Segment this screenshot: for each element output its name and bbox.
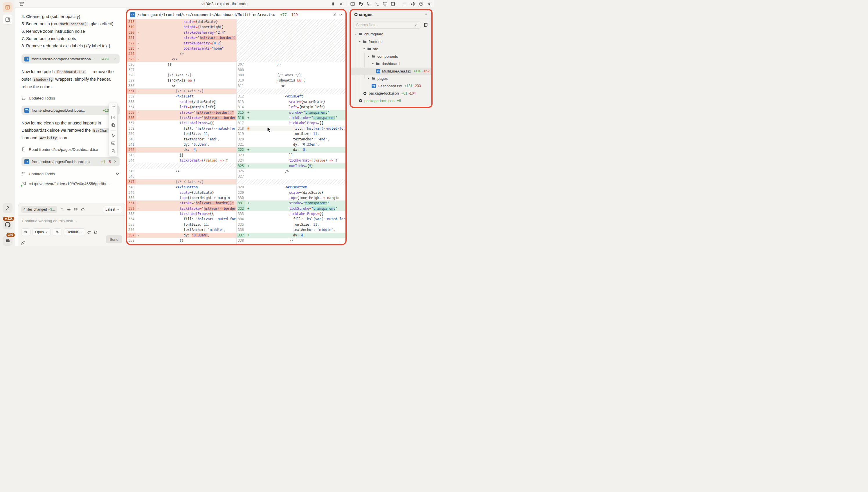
drag-handle-icon[interactable] (111, 104, 116, 109)
zed-icon[interactable] (111, 115, 116, 120)
search-files-input[interactable]: Search files... (354, 21, 421, 29)
line-number: 352 (127, 206, 136, 211)
settings-sliders-button[interactable] (21, 228, 30, 236)
settings-icon[interactable] (427, 1, 432, 6)
tree-file-MultiLineArea.tsx[interactable]: TSMultiLineArea.tsx+110-162 (351, 68, 431, 75)
open-in-editor-icon[interactable] (332, 13, 336, 17)
diff-row: 353 tickLabelProps={{ (127, 211, 236, 216)
panel-left-icon[interactable] (350, 1, 355, 6)
tool-call-row[interactable]: cd /private/var/folders/10/h7w0q46556ggr… (22, 181, 120, 186)
megaphone-icon[interactable] (410, 1, 416, 6)
rail-account-button[interactable] (3, 203, 13, 213)
diff-sign (245, 94, 252, 99)
tool-call-row[interactable]: Read frontend/src/pages/Dashboard.tsx (22, 147, 120, 152)
tool-call-row[interactable]: Updated Todos (22, 171, 120, 176)
copy-icon[interactable] (111, 123, 116, 127)
floating-toolbar (109, 102, 118, 157)
fast-forward-button[interactable] (53, 228, 62, 236)
toolbar-divider (111, 130, 116, 130)
diff-sign: - (136, 110, 142, 115)
top-bar: vk/4e2a-explore-the-code (15, 0, 434, 8)
files-changed-chip[interactable]: 4 files changed+3... (21, 206, 57, 213)
mode-dropdown[interactable]: Default (64, 228, 85, 236)
code-line: height={innerHeight} (142, 24, 236, 30)
collapse-diff-icon[interactable] (339, 13, 343, 17)
diff-row: 323- pointerEvents="none" (127, 46, 236, 51)
diff-row: 354 fill: 'hsl(var(--muted-foreground))' (127, 216, 236, 222)
diff-sign (245, 195, 252, 200)
code-line: tickStroke="hsl(var(--border))" (142, 115, 236, 120)
diff-sign (136, 227, 142, 232)
tree-file-Dashboard.tsx[interactable]: TSDashboard.tsx+131-233 (351, 82, 431, 90)
chevron-down-icon (117, 208, 120, 211)
tree-file-package-lock.json[interactable]: package-lock.json+6 (351, 97, 431, 105)
file-edit-chip[interactable]: TSfrontend/src/components/dashboa...+479 (22, 54, 120, 64)
chevrons-up-icon[interactable] (338, 1, 344, 6)
tree-folder-pages[interactable]: pages (351, 75, 431, 82)
line-number: 337 (127, 120, 136, 126)
tree-folder-components[interactable]: components (351, 53, 431, 60)
diff-row: 322+ dx: -8, (237, 147, 346, 152)
add-comment-button[interactable]: + (247, 126, 249, 130)
tree-folder-frontend[interactable]: frontend (351, 38, 431, 46)
tool-call-row[interactable]: Updated Todos (22, 96, 120, 100)
line-number: 330 (127, 83, 136, 89)
changes-header[interactable]: Changes (351, 10, 431, 19)
code-line: fill: 'hsl(var(--muted-foreground))' (142, 126, 236, 131)
attach-icon[interactable] (87, 230, 91, 235)
terminal-icon[interactable] (375, 1, 379, 6)
pause-icon[interactable] (330, 1, 335, 6)
tree-folder-dashboard[interactable]: dashboard (351, 60, 431, 68)
send-button[interactable]: Send (106, 235, 122, 243)
diff-additions: +77 (280, 13, 287, 17)
scroll-up-icon[interactable] (60, 207, 64, 212)
github-cat-icon[interactable] (423, 22, 428, 28)
message-input[interactable]: Continue working on this task... (18, 216, 125, 226)
help-icon[interactable] (419, 1, 424, 6)
quill-icon[interactable] (21, 240, 26, 245)
code-line: }} (142, 153, 236, 158)
line-number: 335 (127, 110, 136, 115)
deletions: -162 (422, 69, 430, 73)
code-line: {/* Y Axis */} (142, 89, 236, 94)
tree-folder-churnguard[interactable]: churnguard (351, 30, 431, 38)
rail-kanban-button[interactable] (3, 15, 13, 24)
diff-row: 315+ stroke="transparent" (237, 110, 346, 115)
code-line: fill: 'hsl(var(--muted-foreground))' (252, 216, 346, 222)
toolbar-divider (347, 2, 347, 6)
line-number: 329 (237, 190, 245, 195)
tree-folder-src[interactable]: src (351, 45, 431, 53)
menu-icon[interactable] (402, 1, 407, 6)
diff-row: 355 fontSize: 11, (127, 222, 236, 227)
monitor-icon[interactable] (111, 141, 116, 146)
git-compare-icon[interactable] (366, 1, 371, 6)
diff-row: 316+ tickStroke="transparent" (237, 115, 346, 120)
latest-dropdown[interactable]: Latest (103, 206, 122, 213)
terminal-icon (22, 181, 26, 186)
rail-discord-button[interactable] (3, 236, 13, 246)
monitor-icon[interactable] (383, 1, 388, 6)
rail-github-button[interactable] (3, 220, 13, 229)
file-edit-chip[interactable]: TSfrontend/src/pages/Dashboard.tsx+1-5 (22, 157, 120, 166)
fast-forward-icon (55, 230, 59, 234)
diff-sign (136, 131, 142, 136)
git-compare-icon[interactable] (111, 149, 116, 153)
cat-icon[interactable] (93, 230, 98, 235)
model-dropdown[interactable]: Opus (32, 228, 51, 236)
text-run: , glass effect) (88, 22, 113, 26)
file-edit-chip[interactable]: TSfrontend/src/pages/Dashboar...+130-2 (22, 105, 120, 115)
todos-icon[interactable] (74, 207, 78, 212)
diff-row: 338 fill: 'hsl(var(--muted-foreground))' (127, 126, 236, 131)
tree-file-package-lock.json[interactable]: package-lock.json+61-104 (351, 90, 431, 97)
panel-right-icon[interactable] (391, 1, 396, 6)
diff-sign: - (136, 51, 142, 56)
line-number: 313 (237, 99, 245, 104)
code-line: tickFormat={(value) => t (252, 243, 346, 244)
diff-sign: - (136, 30, 142, 35)
collapse-tree-icon[interactable] (415, 23, 418, 27)
play-icon[interactable] (111, 133, 116, 138)
rail-layout-button[interactable] (3, 2, 13, 12)
chat-bubbles-icon[interactable] (358, 1, 363, 6)
spark-icon[interactable] (67, 207, 71, 212)
diff-sign (245, 62, 252, 67)
